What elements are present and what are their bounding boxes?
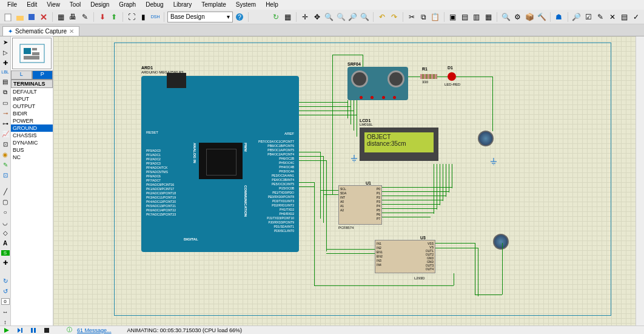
probe-tool-icon[interactable]: ✎	[1, 162, 10, 168]
make-icon[interactable]: ⚙	[512, 12, 523, 22]
erc-icon[interactable]: ✓	[631, 12, 642, 22]
script-tool-icon[interactable]: ▤	[1, 78, 10, 85]
terminal-tool-icon[interactable]: ⊸	[1, 110, 10, 117]
mark-icon[interactable]: ✎	[79, 12, 90, 22]
instrument-tool-icon[interactable]: ⊡	[1, 172, 10, 179]
design-combo[interactable]: Base Design▾	[167, 12, 233, 22]
picker-item-bidir[interactable]: BIDIR	[11, 110, 53, 117]
flip-v-icon[interactable]: ↕	[1, 319, 10, 325]
cut-icon[interactable]: ✂	[406, 12, 417, 22]
generator-tool-icon[interactable]: ◉	[1, 151, 10, 158]
symbol-tool-icon[interactable]: S	[1, 250, 10, 256]
arc-tool-icon[interactable]: ◡	[1, 219, 10, 226]
picker-btn-l[interactable]: L	[11, 70, 32, 80]
messages-link[interactable]: 61 Message...	[77, 327, 112, 333]
component-srf04[interactable]	[347, 67, 408, 100]
search-icon[interactable]: 🔎	[571, 12, 582, 22]
junction-tool-icon[interactable]: ✚	[1, 60, 10, 66]
picker-item-output[interactable]: OUTPUT	[11, 103, 53, 110]
path-tool-icon[interactable]: ◇	[1, 230, 10, 236]
picker-item-default[interactable]: DEFAULT	[11, 88, 53, 95]
pause-button[interactable]	[29, 327, 38, 334]
picker-item-dynamic[interactable]: DYNAMIC	[11, 139, 53, 146]
component-u3[interactable]: IN1IN2EN1EN2IN3IN4 VSSVSOUT1OUT2GNDGNDOU…	[375, 240, 435, 273]
menu-help[interactable]: Help	[261, 0, 283, 10]
decompose-icon[interactable]: 🔨	[536, 12, 547, 22]
picker-item-nc[interactable]: NC	[11, 154, 53, 161]
schematic-canvas[interactable]: ARD1 ARDUINO MEGA2560 R3 RESET AREF ANAL…	[53, 36, 636, 325]
annotate-icon[interactable]: ✎	[595, 12, 606, 22]
redraw-icon[interactable]: ↻	[270, 12, 281, 22]
pan-center-icon[interactable]: ✥	[312, 12, 323, 22]
zoom-region-icon[interactable]: ⛶	[126, 12, 137, 22]
picker-item-power[interactable]: POWER	[11, 117, 53, 124]
dsh-icon[interactable]: DSH	[150, 12, 161, 22]
origin-icon[interactable]: ✛	[300, 12, 310, 22]
close-tab-icon[interactable]: ✕	[69, 28, 74, 35]
block-move-icon[interactable]: ▤	[459, 12, 470, 22]
menu-design[interactable]: Design	[86, 0, 114, 10]
selection-tool-icon[interactable]: ➤	[1, 39, 10, 46]
tape-tool-icon[interactable]: ⊡	[1, 141, 10, 148]
marker-tool-icon[interactable]: ✚	[1, 259, 10, 266]
zoom-out-icon[interactable]: 🔍	[335, 12, 346, 22]
close-button[interactable]	[38, 12, 49, 22]
delete-icon[interactable]: ✕	[607, 12, 618, 22]
bom-icon[interactable]: ▤	[619, 12, 629, 22]
picker-item-bus[interactable]: BUS	[11, 146, 53, 154]
component-motor2[interactable]	[493, 234, 509, 250]
component-r1[interactable]	[420, 74, 437, 79]
zoom-fit-icon[interactable]: 🔎	[347, 12, 358, 22]
zoom-in-icon[interactable]: 🔍	[324, 12, 335, 22]
stop-button[interactable]	[42, 327, 51, 334]
tab-schematic[interactable]: ✦ Schematic Capture ✕	[2, 26, 79, 36]
menu-tool[interactable]: Tool	[65, 0, 86, 10]
undo-icon[interactable]: ↶	[377, 12, 387, 22]
picker-item-input[interactable]: INPUT	[11, 95, 53, 103]
menu-view[interactable]: View	[42, 0, 65, 10]
component-u1[interactable]: SCLSDAINTA0A1A2 P0P1P2P3P4P5P6P7	[338, 185, 382, 225]
component-motor1[interactable]	[478, 131, 494, 146]
wire-auto-icon[interactable]: ☗	[554, 12, 565, 22]
rotate-cw-icon[interactable]: ↻	[1, 278, 10, 284]
save-button[interactable]	[26, 12, 37, 22]
component-tool-icon[interactable]: ▷	[1, 49, 10, 56]
redo-icon[interactable]: ↷	[389, 12, 400, 22]
line-tool-icon[interactable]: ╱	[1, 188, 10, 195]
circle-tool-icon[interactable]: ○	[1, 209, 10, 216]
package-icon[interactable]: 📦	[525, 12, 535, 22]
component-d1[interactable]	[448, 72, 456, 81]
play-button[interactable]	[2, 327, 11, 334]
graph-tool-icon[interactable]: 📈	[1, 131, 10, 137]
paste-icon[interactable]: 📋	[430, 12, 441, 22]
export-icon[interactable]: ⬆	[109, 12, 119, 22]
print-area-icon[interactable]: ▦	[56, 12, 67, 22]
zoom-area-icon[interactable]: 🔍	[360, 12, 371, 22]
usb-icon[interactable]: ▮	[138, 12, 149, 22]
open-button[interactable]	[15, 12, 25, 22]
pin-tool-icon[interactable]: ⊶	[1, 120, 10, 127]
component-lcd[interactable]: OBJECT distance:35cm	[360, 128, 438, 161]
flip-h-icon[interactable]: ↔	[1, 308, 10, 315]
block-copy-icon[interactable]: ▣	[448, 12, 458, 22]
help-button[interactable]: ?	[234, 12, 245, 22]
new-button[interactable]	[2, 12, 13, 22]
block-delete-icon[interactable]: ▦	[483, 12, 494, 22]
component-arduino[interactable]: RESET AREF ANALOG IN PWM COMMUNICATION D…	[141, 76, 299, 252]
menu-graph[interactable]: Graph	[114, 0, 141, 10]
label-tool-icon[interactable]: LBL	[1, 70, 10, 75]
picker-item-ground[interactable]: GROUND	[11, 124, 53, 132]
picker-item-chassis[interactable]: CHASSIS	[11, 132, 53, 139]
step-button[interactable]	[16, 327, 24, 334]
property-icon[interactable]: ☑	[583, 12, 594, 22]
bus-tool-icon[interactable]: ⧉	[1, 89, 10, 96]
block-rotate-icon[interactable]: ▥	[471, 12, 482, 22]
subcircuit-tool-icon[interactable]: ▭	[1, 100, 10, 106]
import-icon[interactable]: ⬇	[97, 12, 108, 22]
menu-file[interactable]: File	[2, 0, 22, 10]
menu-system[interactable]: System	[231, 0, 261, 10]
menu-template[interactable]: Template	[196, 0, 231, 10]
copy-icon[interactable]: ⧉	[418, 12, 429, 22]
print-button[interactable]: 🖶	[67, 12, 78, 22]
angle-input[interactable]: 0	[1, 298, 10, 305]
